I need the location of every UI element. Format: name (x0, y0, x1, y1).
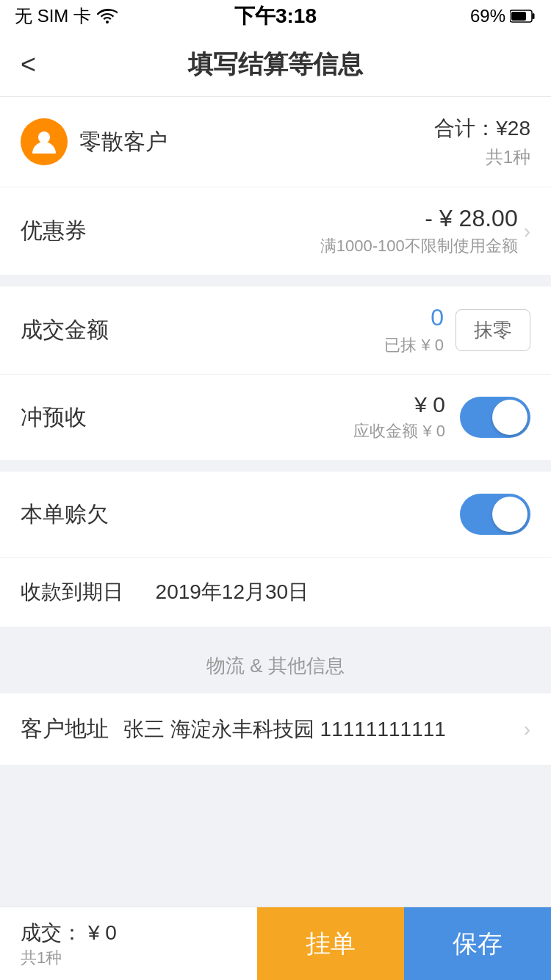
address-section: 客户地址 张三 海淀永丰科技园 11111111111 › (0, 693, 551, 765)
prepayment-row: 冲预收 ¥ 0 应收金额 ¥ 0 (0, 374, 551, 460)
avatar (21, 118, 68, 165)
deal-amount-label: 成交金额 (21, 315, 109, 345)
coupon-discount: - ¥ 28.00 (320, 205, 518, 232)
address-label: 客户地址 (21, 714, 109, 744)
nav-bar: < 填写结算等信息 (0, 32, 551, 97)
coupon-right: - ¥ 28.00 满1000-100不限制使用金额 › (320, 205, 530, 257)
logistics-header: 物流 & 其他信息 (0, 638, 551, 693)
due-date-row: 收款到期日 2019年12月30日 (0, 557, 551, 627)
due-date-label: 收款到期日 (21, 580, 123, 603)
due-date-value: 2019年12月30日 (156, 580, 309, 603)
debt-label: 本单赊欠 (21, 500, 109, 530)
save-button[interactable]: 保存 (404, 907, 551, 980)
due-date-content: 收款到期日 2019年12月30日 (21, 580, 309, 603)
address-chevron-icon: › (524, 718, 530, 741)
coupon-row[interactable]: 优惠券 - ¥ 28.00 满1000-100不限制使用金额 › (0, 187, 551, 275)
round-off-button[interactable]: 抹零 (455, 309, 530, 351)
customer-row: 零散客户 合计：¥28 共1种 (0, 97, 551, 187)
prepayment-toggle[interactable] (460, 397, 530, 438)
svg-point-3 (38, 131, 50, 143)
deal-amount-right: 0 已抹 ¥ 0 抹零 (384, 304, 530, 356)
due-date-spacer (129, 580, 150, 603)
customer-section: 零散客户 合计：¥28 共1种 优惠券 - ¥ 28.00 满1000-100不… (0, 97, 551, 275)
prepayment-label: 冲预收 (21, 403, 87, 433)
status-right: 69% (470, 6, 536, 26)
bottom-info: 成交： ¥ 0 共1种 (0, 907, 257, 980)
coupon-info: - ¥ 28.00 满1000-100不限制使用金额 (320, 205, 518, 257)
no-sim-label: 无 SIM 卡 (15, 4, 91, 28)
bottom-deal-label: 成交： (21, 919, 82, 947)
deal-prepay-section: 成交金额 0 已抹 ¥ 0 抹零 冲预收 ¥ 0 应收金额 ¥ 0 (0, 287, 551, 460)
prepayment-right: ¥ 0 应收金额 ¥ 0 (353, 392, 530, 442)
coupon-chevron-icon: › (524, 220, 530, 243)
prepayment-toggle-knob (492, 400, 527, 435)
prepayment-value-block: ¥ 0 应收金额 ¥ 0 (353, 392, 445, 442)
back-button[interactable]: < (21, 49, 36, 80)
wifi-icon (97, 9, 118, 24)
status-time: 下午3:18 (234, 2, 317, 30)
prepayment-value: ¥ 0 (353, 392, 445, 417)
page-title: 填写结算等信息 (188, 48, 363, 82)
address-value: 张三 海淀永丰科技园 11111111111 (123, 716, 524, 743)
logistics-label: 物流 & 其他信息 (206, 655, 345, 677)
status-left: 无 SIM 卡 (15, 4, 118, 28)
bottom-deal-amount: ¥ 0 (88, 921, 117, 945)
debt-row: 本单赊欠 (0, 472, 551, 557)
deal-amount-row: 成交金额 0 已抹 ¥ 0 抹零 (0, 287, 551, 374)
coupon-label: 优惠券 (21, 216, 87, 246)
bottom-spacer (0, 777, 551, 850)
svg-rect-1 (533, 13, 535, 19)
debt-section: 本单赊欠 收款到期日 2019年12月30日 (0, 472, 551, 627)
status-bar: 无 SIM 卡 下午3:18 69% (0, 0, 551, 32)
deal-amount-value: 0 (384, 304, 444, 331)
deal-amount-value-block: 0 已抹 ¥ 0 (384, 304, 444, 356)
bottom-count: 共1种 (21, 947, 237, 969)
deal-amount-sub: 已抹 ¥ 0 (384, 334, 444, 356)
prepayment-sub: 应收金额 ¥ 0 (353, 420, 445, 442)
bottom-bar: 成交： ¥ 0 共1种 挂单 保存 (0, 907, 551, 980)
battery-icon (510, 9, 536, 24)
hold-button[interactable]: 挂单 (257, 907, 404, 980)
battery-percent: 69% (470, 6, 505, 26)
bottom-deal-row: 成交： ¥ 0 (21, 919, 237, 947)
user-icon (29, 127, 59, 156)
customer-right: 合计：¥28 共1种 (434, 115, 530, 169)
customer-left: 零散客户 (21, 118, 168, 165)
address-row[interactable]: 客户地址 张三 海淀永丰科技园 11111111111 › (0, 693, 551, 765)
debt-toggle[interactable] (460, 494, 530, 535)
svg-rect-2 (511, 12, 526, 21)
customer-name: 零散客户 (79, 127, 168, 157)
coupon-desc: 满1000-100不限制使用金额 (320, 235, 518, 257)
total-amount: 合计：¥28 (434, 115, 530, 143)
debt-toggle-knob (492, 497, 527, 532)
total-count: 共1种 (434, 145, 530, 169)
